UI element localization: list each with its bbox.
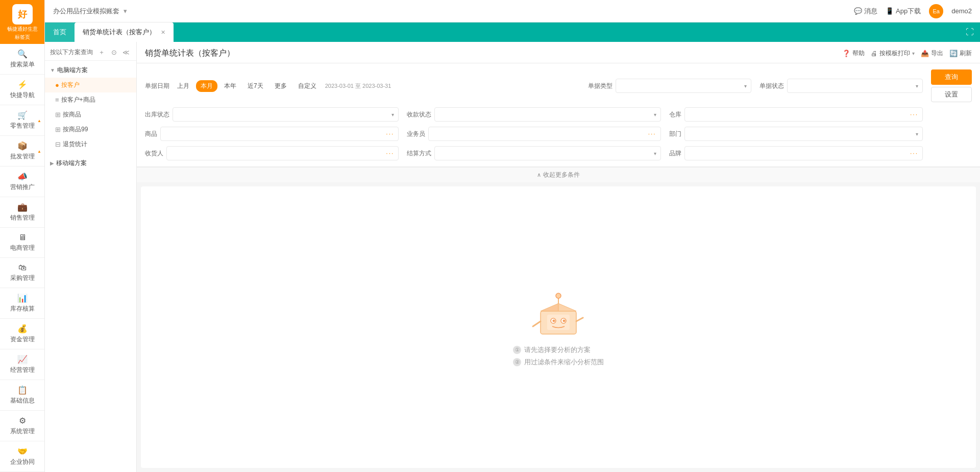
- sidebar-item-label-finance: 资金管理: [10, 335, 35, 344]
- quick-nav-icon: ⚡: [17, 80, 28, 89]
- tip-num-1: ①: [513, 346, 521, 354]
- receive-status-select[interactable]: ▾: [434, 107, 660, 122]
- scheme-item-return-stats[interactable]: ⊟ 退货统计: [45, 137, 136, 152]
- empty-tip-1: ① 请先选择要分析的方案: [513, 345, 604, 355]
- salesperson-label: 业务员: [407, 130, 425, 138]
- sidebar-item-basic[interactable]: 📋 基础信息: [0, 380, 44, 411]
- receive-status-arrow-icon: ▾: [654, 112, 656, 117]
- sidebar-item-purchase[interactable]: 🛍 采购管理: [0, 258, 44, 288]
- date-btn-custom[interactable]: 自定义: [293, 80, 321, 92]
- scheme-header-title: 按以下方案查询: [50, 48, 94, 57]
- inventory-icon: 📊: [17, 293, 28, 303]
- scheme-panel: 按以下方案查询 + ⊙ ≪ ▼ 电脑端方案 ● 按客户 ≡: [45, 42, 137, 472]
- voucher-type-select[interactable]: ▾: [616, 79, 751, 93]
- sidebar-item-label-quicknav: 快捷导航: [10, 91, 35, 100]
- warehouse-label: 仓库: [669, 110, 681, 119]
- department-filter-item: 部门 ▾: [669, 127, 923, 141]
- empty-tips: ① 请先选择要分析的方案 ② 用过滤条件来缩小分析范围: [513, 345, 604, 367]
- svg-marker-1: [541, 303, 558, 311]
- scheme-item-by-customer[interactable]: ● 按客户: [45, 78, 136, 92]
- voucher-type-label: 单据类型: [588, 82, 612, 90]
- finance-icon: 💰: [17, 324, 28, 334]
- sidebar-item-wholesale[interactable]: 📦 批发管理: [0, 136, 44, 167]
- settings-button[interactable]: 设置: [931, 87, 972, 102]
- help-icon: ❓: [842, 50, 850, 57]
- tab-maximize-button[interactable]: ⛶: [960, 28, 980, 37]
- voucher-status-select[interactable]: ▾: [787, 79, 923, 93]
- tab-home-label: 首页: [53, 28, 66, 37]
- template-print-button[interactable]: 🖨 按模板打印 ▾: [871, 49, 915, 58]
- svg-line-10: [533, 321, 541, 326]
- sales-icon: 💼: [17, 202, 28, 212]
- sidebar-item-label-basic: 基础信息: [10, 396, 35, 405]
- scheme-item-by-goods[interactable]: ⊞ 按商品: [45, 107, 136, 122]
- app-logo[interactable]: 好 畅捷通好生意 标签页: [0, 0, 44, 44]
- date-btn-last7days[interactable]: 近7天: [243, 80, 268, 92]
- sidebar-item-marketing[interactable]: 📣 营销推广: [0, 167, 44, 197]
- warehouse-select[interactable]: ···: [684, 107, 923, 122]
- filter-row-3: 商品 ··· 业务员 ··· 部门: [145, 127, 972, 141]
- scheme-add-icon[interactable]: +: [96, 47, 107, 57]
- template-print-label: 按模板打印: [879, 49, 910, 58]
- tab-home[interactable]: 首页: [45, 22, 75, 42]
- voucher-type-filter-item: 单据类型 ▾: [588, 79, 751, 93]
- scheme-item-icon-goods: ⊞: [55, 111, 61, 119]
- scheme-group-desktop-title[interactable]: ▼ 电脑端方案: [45, 63, 136, 78]
- sidebar-item-finance[interactable]: 💰 资金管理: [0, 319, 44, 349]
- date-btn-this-year[interactable]: 本年: [219, 80, 241, 92]
- scheme-item-label-goods: 按商品: [63, 110, 81, 119]
- action-buttons: 查询 设置: [931, 69, 972, 102]
- goods-select[interactable]: ···: [160, 127, 399, 141]
- receive-status-label: 收款状态: [407, 110, 431, 119]
- svg-point-6: [553, 319, 555, 322]
- table-area: ① 请先选择要分析的方案 ② 用过滤条件来缩小分析范围: [141, 186, 976, 468]
- settle-method-select[interactable]: ▾: [434, 146, 660, 160]
- scheme-group-mobile: ▶ 移动端方案: [45, 154, 136, 173]
- scheme-item-by-goods99[interactable]: ⊞ 按商品99: [45, 122, 136, 137]
- print-dropdown-icon[interactable]: ▾: [912, 51, 915, 56]
- user-avatar[interactable]: Ea: [929, 4, 943, 18]
- sidebar-item-system[interactable]: ⚙ 系统管理: [0, 411, 44, 441]
- salesperson-select[interactable]: ···: [428, 127, 660, 141]
- scheme-group-mobile-title[interactable]: ▶ 移动端方案: [45, 156, 136, 171]
- sidebar-item-label-enterprise-coop: 企业协同: [10, 458, 35, 466]
- receiver-select[interactable]: ···: [166, 146, 399, 160]
- collapse-more-conditions[interactable]: ∧ 收起更多条件: [137, 167, 980, 182]
- department-select[interactable]: ▾: [684, 127, 923, 141]
- sidebar-item-label-retail: 零售管理: [10, 122, 35, 130]
- header-left: 办公用品行业模拟账套 ▾: [53, 7, 127, 16]
- goods-dots-icon: ···: [386, 130, 394, 137]
- brand-select[interactable]: ···: [684, 146, 923, 160]
- out-status-label: 出库状态: [145, 110, 169, 119]
- sidebar-item-inventory[interactable]: 📊 库存核算: [0, 288, 44, 319]
- sidebar-item-retail[interactable]: 🛒 零售管理: [0, 105, 44, 136]
- right-panel: 销货单统计表（按客户） ❓ 帮助 🖨 按模板打印 ▾ 📤 导出: [137, 42, 980, 472]
- sidebar-item-search[interactable]: 🔍 搜索菜单: [0, 44, 44, 75]
- app-download-button[interactable]: 📱 App下载: [886, 7, 921, 16]
- scheme-item-by-customer-goods[interactable]: ≡ 按客户+商品: [45, 92, 136, 107]
- query-button[interactable]: 查询: [931, 69, 972, 85]
- receive-status-filter-item: 收款状态 ▾: [407, 107, 660, 122]
- brand-dots-icon: ···: [910, 150, 918, 157]
- refresh-button[interactable]: 🔄 刷新: [949, 49, 972, 58]
- sidebar-item-operation[interactable]: 📈 经营管理: [0, 349, 44, 380]
- out-status-select[interactable]: ▾: [173, 107, 399, 122]
- brand-label: 品牌: [669, 149, 681, 158]
- tab-close-icon[interactable]: ✕: [161, 29, 165, 36]
- sidebar-item-ecommerce[interactable]: 🖥 电商管理: [0, 228, 44, 258]
- tab-sales-stats[interactable]: 销货单统计表（按客户） ✕: [75, 22, 174, 42]
- search-icon: 🔍: [17, 49, 28, 59]
- message-button[interactable]: 💬 消息: [854, 7, 877, 16]
- sidebar-item-sales[interactable]: 💼 销售管理: [0, 197, 44, 228]
- help-button[interactable]: ❓ 帮助: [842, 49, 865, 58]
- empty-tip-2: ② 用过滤条件来缩小分析范围: [513, 358, 604, 367]
- header-dropdown-icon[interactable]: ▾: [124, 7, 127, 15]
- sidebar-item-enterprise-cooperation[interactable]: 🤝 企业协同: [0, 441, 44, 472]
- sidebar-item-quick-nav[interactable]: ⚡ 快捷导航: [0, 75, 44, 105]
- export-button[interactable]: 📤 导出: [921, 49, 943, 58]
- date-btn-more[interactable]: 更多: [270, 80, 291, 92]
- scheme-collapse-icon[interactable]: ≪: [121, 47, 131, 57]
- date-btn-last-month[interactable]: 上月: [173, 80, 194, 92]
- date-btn-this-month[interactable]: 本月: [196, 80, 217, 92]
- scheme-settings-icon[interactable]: ⊙: [109, 47, 119, 57]
